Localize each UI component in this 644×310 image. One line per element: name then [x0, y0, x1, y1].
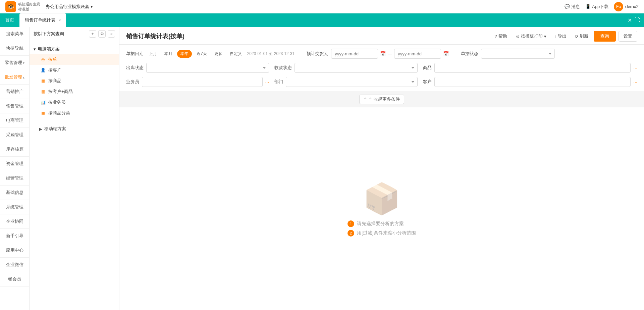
scheme-by-salesperson[interactable]: 📊 按业务员: [30, 97, 119, 108]
calendar-end-icon[interactable]: 📅: [443, 51, 449, 56]
sidebar-item-app-center[interactable]: 应用中心: [0, 243, 29, 258]
main-layout: 搜索菜单 快捷导航 零售管理 ▾ 批发管理 ▴ 营销推广 销售管理 电商管理 采…: [0, 27, 644, 310]
salesperson-more-btn[interactable]: ···: [265, 79, 269, 85]
page-title: 销售订单统计表(按单): [126, 32, 184, 40]
scheme-by-order[interactable]: ◎ 按单: [30, 54, 119, 65]
help-icon: ?: [494, 34, 497, 39]
app-download-btn[interactable]: 📱 App下载: [585, 4, 608, 10]
sidebar-item-wholesale[interactable]: 批发管理 ▴: [0, 70, 29, 85]
sidebar-item-vip[interactable]: 畅会员: [0, 272, 29, 287]
department-filter: 部门: [274, 77, 417, 87]
scheme-by-goods[interactable]: ▦ 按商品: [30, 75, 119, 86]
sidebar-item-sys[interactable]: 系统管理: [0, 200, 29, 214]
status-select[interactable]: [481, 49, 555, 59]
order-icon: ◎: [40, 57, 46, 62]
chevron-down-icon: ▾: [23, 61, 24, 65]
app-icon: 📱: [585, 4, 591, 9]
settings-button[interactable]: 设置: [619, 31, 637, 42]
empty-illustration: 📦: [363, 181, 400, 216]
sidebar-item-finance[interactable]: 资金管理: [0, 157, 29, 171]
export-btn[interactable]: ↑ 导出: [552, 32, 570, 41]
collapse-panel-btn[interactable]: «: [108, 30, 115, 38]
delivery-date-end[interactable]: [394, 49, 441, 59]
print-icon: 🖨: [515, 34, 520, 39]
sidebar-item-search-menu[interactable]: 搜索菜单: [0, 27, 29, 41]
tab-close-btn[interactable]: ×: [59, 18, 61, 22]
export-icon: ↑: [554, 34, 557, 39]
sidebar-item-retail[interactable]: 零售管理 ▾: [0, 56, 29, 70]
date-last-month-btn[interactable]: 上月: [146, 50, 160, 58]
filter-row-1: 单据日期 上月 本月 本年 近7天 更多 自定义 2023-01-01 至 20…: [126, 49, 637, 59]
calendar-start-icon[interactable]: 📅: [380, 51, 386, 56]
edit-icon: ⚙: [100, 32, 104, 36]
delivery-date-start[interactable]: [331, 49, 378, 59]
goods-input[interactable]: [434, 63, 631, 73]
scheme-section-pc: ▾ 电脑端方案 ◎ 按单 👤 按客户 ▦ 按商品 ▦ 按客户+商品: [30, 41, 119, 121]
sidebar-item-basic[interactable]: 基础信息: [0, 186, 29, 200]
sidebar-item-ops[interactable]: 经营管理: [0, 171, 29, 186]
add-scheme-btn[interactable]: +: [89, 30, 96, 38]
customer-icon: 👤: [40, 67, 46, 73]
logo-text: 畅捷通好生意 标准版: [18, 2, 40, 11]
delivery-status-select[interactable]: [146, 63, 269, 73]
scheme-group-pc[interactable]: ▾ 电脑端方案: [30, 44, 119, 54]
sidebar-item-marketing[interactable]: 营销推广: [0, 85, 29, 99]
chevron-down-icon: ▾: [34, 47, 36, 52]
tab-home[interactable]: 首页: [0, 13, 19, 27]
sidebar-item-sales[interactable]: 销售管理: [0, 99, 29, 113]
tab-bar-actions: ✕ ⛶: [628, 17, 644, 23]
template-print-btn[interactable]: 🖨 按模板打印 ▾: [513, 32, 549, 41]
message-btn[interactable]: 💬 消息: [565, 4, 580, 10]
top-bar-left: 🐯 畅捷通好生意 标准版 办公用品行业模拟账套 ▾: [5, 1, 96, 12]
delivery-status-filter: 出库状态: [126, 63, 269, 73]
customer-more-btn[interactable]: ···: [633, 79, 637, 85]
scheme-by-customer-goods[interactable]: ▦ 按客户+商品: [30, 86, 119, 97]
sidebar-item-purchase[interactable]: 采购管理: [0, 128, 29, 142]
date-last-7-days-btn[interactable]: 近7天: [194, 50, 210, 58]
scheme-by-goods-category[interactable]: ▦ 按商品分类: [30, 108, 119, 118]
salesperson-icon: 📊: [40, 100, 46, 105]
left-panel-header: 按以下方案查询 + ⚙ «: [30, 27, 119, 41]
date-custom-btn[interactable]: 自定义: [227, 50, 245, 58]
refresh-btn[interactable]: ↺ 刷新: [572, 32, 591, 41]
delivery-date-inputs: 📅 — 📅: [331, 49, 449, 59]
message-icon: 💬: [565, 4, 570, 9]
query-button[interactable]: 查询: [594, 31, 616, 42]
sidebar: 搜索菜单 快捷导航 零售管理 ▾ 批发管理 ▴ 营销推广 销售管理 电商管理 采…: [0, 27, 30, 310]
collapse-more-conditions-btn[interactable]: ⌃ ⌃ 收起更多条件: [359, 95, 404, 104]
edit-scheme-btn[interactable]: ⚙: [98, 30, 106, 38]
sidebar-item-enterprise[interactable]: 企业协同: [0, 214, 29, 229]
left-panel-actions: + ⚙ «: [89, 30, 115, 38]
top-bar-right: 💬 消息 📱 App下载 Ea demo2: [565, 2, 639, 11]
sidebar-item-quick-nav[interactable]: 快捷导航: [0, 41, 29, 56]
customer-goods-icon: ▦: [40, 89, 46, 94]
logo-icon: 🐯: [5, 1, 16, 12]
tab-fullscreen-btn[interactable]: ⛶: [635, 17, 640, 23]
help-btn[interactable]: ? 帮助: [492, 32, 509, 41]
empty-state: 📦 1 请先选择要分析的方案 2 用[过滤]条件来缩小分析范围: [119, 107, 644, 310]
avatar: Ea: [614, 2, 623, 11]
date-this-month-btn[interactable]: 本月: [162, 50, 175, 58]
date-more-btn[interactable]: 更多: [212, 50, 225, 58]
sidebar-item-newbie[interactable]: 新手引导: [0, 229, 29, 243]
sidebar-item-ecom[interactable]: 电商管理: [0, 113, 29, 128]
customer-input[interactable]: [434, 77, 631, 87]
workspace-selector[interactable]: 办公用品行业模拟账套 ▾: [43, 4, 96, 10]
user-area[interactable]: Ea demo2: [614, 2, 639, 11]
date-this-year-btn[interactable]: 本年: [177, 50, 192, 58]
sidebar-item-inventory[interactable]: 库存核算: [0, 142, 29, 157]
goods-icon: ▦: [40, 78, 46, 84]
sidebar-item-wechat[interactable]: 企业微信: [0, 258, 29, 272]
department-select[interactable]: [286, 77, 417, 87]
tab-sales-stat[interactable]: 销售订单统计表 ×: [19, 13, 66, 27]
payment-status-select[interactable]: [294, 63, 417, 73]
scheme-group-mobile[interactable]: ▶ 移动端方案: [30, 124, 119, 134]
scheme-by-customer[interactable]: 👤 按客户: [30, 65, 119, 75]
salesperson-input[interactable]: [142, 77, 263, 87]
status-filter-group: 单据状态: [461, 49, 555, 59]
tab-close-window-btn[interactable]: ✕: [628, 17, 632, 23]
collapse-up-icon: ⌃ ⌃: [364, 97, 372, 102]
content-area: 按以下方案查询 + ⚙ « ▾ 电脑端方案: [30, 27, 644, 310]
goods-more-btn[interactable]: ···: [633, 65, 637, 70]
tab-bar: 首页 销售订单统计表 × ✕ ⛶: [0, 13, 644, 27]
